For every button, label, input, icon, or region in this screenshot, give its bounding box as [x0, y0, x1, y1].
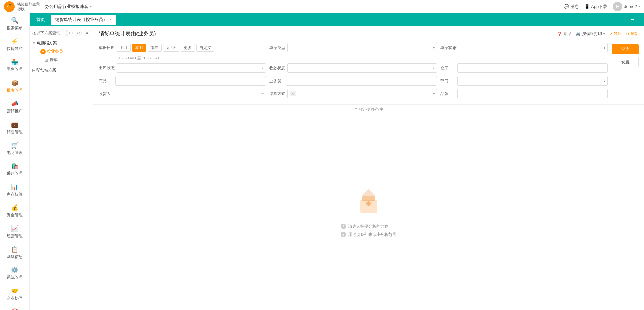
sales-icon: 💼	[11, 121, 18, 128]
panel-collapse-btn[interactable]: «	[84, 30, 90, 36]
tree-child-salesperson[interactable]: ● 按业务员	[32, 47, 90, 56]
filter-cell-collectstatus: 收款状态 ▾	[269, 63, 437, 73]
sidebar-item-search[interactable]: 🔍 搜索菜单	[0, 13, 29, 34]
tree-group: ▼ 电脑端方案 ● 按业务员 ⊞ 按单 ▶ 移动端方案	[32, 39, 90, 74]
sidebar-item-sales[interactable]: 💼 销售管理	[0, 117, 29, 138]
refresh-icon: ↺	[626, 32, 629, 36]
docstatus-select[interactable]: ▾	[459, 43, 608, 52]
export-icon: ↗	[609, 32, 612, 36]
export-btn[interactable]: ↗ 导出	[609, 31, 622, 37]
retail-icon: 🏪	[11, 58, 18, 66]
docstatus-chevron: ▾	[604, 46, 605, 50]
brand-dots: ···	[602, 92, 605, 96]
settlement-tag-close[interactable]: ×	[292, 92, 294, 96]
sidebar-item-finance[interactable]: 💰 资金管理	[0, 201, 29, 221]
sidebar-item-system[interactable]: ⚙️ 系统管理	[0, 263, 29, 284]
system-icon: ⚙️	[11, 266, 18, 274]
tab-bar-right: − □	[631, 17, 643, 23]
print-icon: 🖨️	[576, 32, 581, 36]
product-input[interactable]: ···	[115, 76, 266, 86]
doctype-select[interactable]: ▾	[287, 43, 437, 52]
app-download-icon: 📱	[584, 4, 590, 9]
sidebar-item-wholesale[interactable]: 📦 批发管理	[0, 76, 29, 97]
date-btn-thismonth[interactable]: 本月	[132, 44, 146, 52]
wholesale-icon: 📦	[11, 79, 18, 87]
tree-expand-icon: ▼	[32, 41, 36, 45]
sidebar-item-purchase[interactable]: 🛍️ 采购管理	[0, 159, 29, 180]
outstatus-label: 出库状态	[99, 65, 115, 71]
page-title: 销货单统计表(按业务员)	[99, 30, 156, 37]
sidebar-item-retail[interactable]: 🏪 零售管理	[0, 55, 29, 76]
date-btn-custom[interactable]: 自定义	[196, 44, 214, 52]
collapse-bar[interactable]: ⌃ 收起更多条件	[93, 104, 644, 114]
filter-row-2: 出库状态 ▾ 收款状态	[99, 63, 608, 73]
consignee-input-wrap: ···	[115, 89, 266, 98]
settlement-select[interactable]: × ▾	[287, 89, 437, 98]
brand-input-wrap: ···	[457, 89, 608, 98]
brand-input[interactable]: ···	[457, 89, 608, 98]
step-num-1: 1	[341, 224, 346, 229]
coop-icon: 🤝	[11, 287, 18, 295]
sidebar-item-inventory[interactable]: 📊 库存核算	[0, 180, 29, 201]
refresh-btn[interactable]: ↺ 刷新	[626, 31, 639, 37]
sidebar-item-marketing[interactable]: 📣 营销推广	[0, 97, 29, 117]
app-download-btn[interactable]: 📱 App下载	[584, 4, 607, 10]
finance-icon: 💰	[11, 204, 18, 211]
sidebar-item-ecom[interactable]: 🛒 电商管理	[0, 138, 29, 159]
tab-close-btn[interactable]: ×	[109, 17, 112, 22]
tab-maximize-btn[interactable]: □	[637, 17, 640, 23]
sidebar-item-basic[interactable]: 📋 基础信息	[0, 242, 29, 263]
content-wrapper: 按以下方案查询 + ⚙ « ▼ 电脑端方案 ● 按业务员 ⊞ 按单	[30, 26, 644, 310]
sidebar-item-coop[interactable]: 🤝 企业协同	[0, 284, 29, 305]
empty-steps: 1 请先选择要分析的方案 2 用过滤条件来缩小分析范围	[341, 222, 396, 239]
warehouse-input[interactable]: ···	[457, 63, 608, 73]
date-btn-lastmonth[interactable]: 上月	[117, 44, 131, 52]
filter-section: 单据日期 上月 本月 本年 近7天 更多 自定义 单据类型	[93, 40, 644, 104]
svg-rect-1	[362, 196, 375, 201]
query-btn[interactable]: 查询	[612, 44, 639, 54]
collectstatus-select[interactable]: ▾	[287, 63, 437, 73]
doctype-chevron: ▾	[433, 46, 435, 50]
logo-icon: 🍊	[4, 1, 15, 12]
tab-minimize-btn[interactable]: −	[631, 17, 634, 23]
date-btn-last7[interactable]: 近7天	[163, 44, 179, 52]
tab-active[interactable]: 销货单统计表（按业务员） ×	[51, 15, 116, 25]
message-icon: 💬	[564, 4, 569, 9]
dept-input-wrap: ▾	[457, 76, 608, 86]
inventory-icon: 📊	[11, 183, 18, 191]
date-btn-more[interactable]: 更多	[181, 44, 195, 52]
print-btn[interactable]: 🖨️ 按模板打印 ▾	[576, 31, 605, 37]
panel-add-btn[interactable]: +	[66, 30, 73, 36]
consignee-input[interactable]: ···	[115, 89, 266, 98]
sidebar-item-quick-nav[interactable]: ⚡ 快捷导航	[0, 34, 29, 55]
tree-mobile-group[interactable]: ▶ 移动端方案	[32, 66, 90, 74]
filter-row-4: 收货人 ··· 结算方式	[99, 89, 608, 98]
panel-settings-btn[interactable]: ⚙	[75, 30, 82, 36]
tab-home[interactable]: 首页	[31, 13, 50, 26]
docstatus-input-wrap: ▾	[459, 43, 608, 52]
app-selector[interactable]: 办公用品行业模拟账套 ▾	[45, 4, 92, 10]
top-header: 🍊 畅捷信好生意 标版 办公用品行业模拟账套 ▾ 💬 消息 📱 App下载 E …	[0, 0, 644, 13]
sidebar-item-operation[interactable]: 📈 经营管理	[0, 221, 29, 242]
date-btn-thisyear[interactable]: 本年	[148, 44, 162, 52]
message-btn[interactable]: 💬 消息	[564, 4, 579, 10]
outstatus-select[interactable]: ▾	[117, 63, 266, 73]
tree-pc-group[interactable]: ▼ 电脑端方案	[32, 39, 90, 47]
product-input-wrap: ···	[115, 76, 266, 86]
tree-sub-order[interactable]: ⊞ 按单	[32, 56, 90, 64]
sidebar-item-newuser[interactable]: 🎯 新手引导	[0, 305, 29, 310]
settlement-label: 结算方式	[269, 91, 285, 97]
empty-step-1: 1 请先选择要分析的方案	[341, 222, 396, 230]
dept-chevron: ▾	[604, 79, 605, 83]
purchase-icon: 🛍️	[11, 162, 18, 170]
settings-btn[interactable]: 设置	[612, 57, 639, 67]
dept-select[interactable]: ▾	[457, 76, 608, 86]
collectstatus-chevron: ▾	[433, 66, 435, 70]
salesperson-dots: ···	[431, 79, 434, 83]
filter-cell-docstatus: 单据状态 ▾	[440, 43, 608, 52]
filter-row-3: 商品 ··· 业务员	[99, 76, 608, 86]
user-menu[interactable]: E demo2 ▾	[613, 2, 640, 11]
help-btn[interactable]: ❓ 帮助	[557, 31, 572, 37]
salesperson-input[interactable]: ···	[286, 76, 437, 86]
svg-marker-2	[362, 189, 375, 196]
